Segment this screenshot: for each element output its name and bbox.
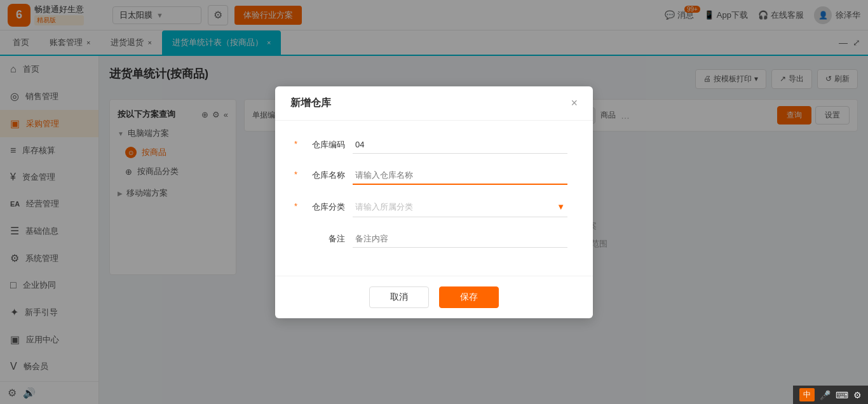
save-button[interactable]: 保存: [439, 286, 499, 308]
modal-overlay: 新增仓库 × 仓库编码 仓库名称 仓库分类 请输入所属分类 ▼ 备注: [0, 0, 868, 404]
lang-indicator: 中: [799, 388, 815, 401]
note-label: 备注: [301, 233, 345, 245]
note-input[interactable]: [353, 230, 567, 248]
cancel-button[interactable]: 取消: [369, 286, 429, 308]
taskbar: 中 🎤 ⌨ ⚙: [793, 386, 868, 404]
form-row-note: 备注: [301, 230, 567, 248]
category-label: 仓库分类: [301, 201, 345, 213]
modal-title: 新增仓库: [290, 97, 331, 110]
keyboard-icon[interactable]: ⌨: [836, 390, 848, 400]
mic-icon[interactable]: 🎤: [820, 390, 831, 400]
code-label: 仓库编码: [301, 139, 345, 151]
form-row-category: 仓库分类 请输入所属分类 ▼: [301, 198, 567, 217]
modal-header: 新增仓库 ×: [275, 86, 593, 121]
name-input[interactable]: [353, 166, 567, 185]
form-row-code: 仓库编码: [301, 136, 567, 154]
modal-close-button[interactable]: ×: [571, 97, 578, 110]
taskbar-settings-icon[interactable]: ⚙: [853, 390, 862, 400]
modal-footer: 取消 保存: [275, 276, 593, 318]
category-placeholder: 请输入所属分类: [355, 201, 413, 213]
name-label: 仓库名称: [301, 170, 345, 181]
modal-body: 仓库编码 仓库名称 仓库分类 请输入所属分类 ▼ 备注: [275, 121, 593, 276]
category-arrow-icon: ▼: [557, 202, 565, 212]
code-input[interactable]: [353, 136, 567, 154]
form-row-name: 仓库名称: [301, 166, 567, 185]
new-warehouse-modal: 新增仓库 × 仓库编码 仓库名称 仓库分类 请输入所属分类 ▼ 备注: [275, 86, 593, 318]
category-select[interactable]: 请输入所属分类 ▼: [353, 198, 567, 217]
